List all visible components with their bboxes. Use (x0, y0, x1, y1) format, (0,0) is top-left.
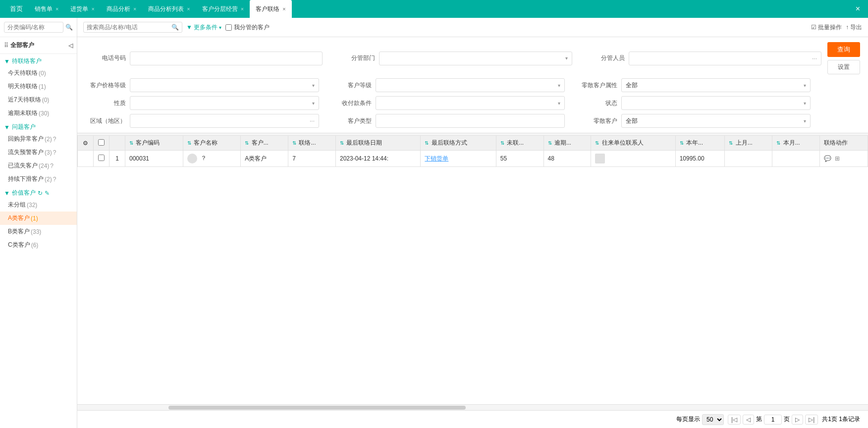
col-name[interactable]: ⇅ 客户名称 (183, 136, 241, 151)
col-this-year[interactable]: ⇅ 本年... (675, 136, 725, 151)
col-contacts[interactable]: ⇅ 往来单位联系人 (591, 136, 675, 151)
setting-button[interactable]: 设置 (827, 60, 860, 74)
next-page-button[interactable]: ▷ (792, 415, 803, 425)
sidebar-item-c-class[interactable]: C类客户 (6) (0, 238, 77, 252)
department-select[interactable]: ▾ (379, 52, 572, 65)
select-all-checkbox[interactable] (98, 139, 105, 146)
scrollbar-thumb[interactable] (168, 406, 466, 410)
filter-right-actions: ☑ 批量操作 ↑ 导出 (811, 23, 862, 32)
customer-level-select[interactable]: ▾ (376, 78, 565, 92)
filter-payment: 收付款条件 ▾ (331, 96, 565, 110)
page-size-select[interactable]: 50 (702, 414, 724, 425)
phone-input[interactable] (130, 52, 323, 65)
retail-select[interactable]: 全部 ▾ (621, 114, 811, 128)
nav-tab-sales[interactable]: 销售单 × (29, 0, 64, 18)
sidebar-item-churn-warning[interactable]: 流失预警客户 (3) ? (0, 146, 77, 159)
edit-icon[interactable]: ✎ (45, 190, 50, 197)
sidebar-section-problem: ▼ 问题客户 (0, 120, 77, 132)
sidebar-search-input[interactable] (4, 22, 63, 33)
sidebar-item-today-pending[interactable]: 今天待联络 (0) (0, 66, 77, 80)
message-icon[interactable]: 💬 (824, 155, 831, 162)
retail-attr-select[interactable]: 全部 ▾ (621, 78, 811, 92)
sort-icon: ⇅ (500, 140, 504, 146)
sidebar-item-repurchase-abnormal[interactable]: 回购异常客户 (2) ? (0, 132, 77, 146)
export-button[interactable]: ↑ 导出 (846, 23, 862, 32)
query-button[interactable]: 查询 (827, 42, 860, 57)
col-last-contact-date[interactable]: ⇅ 最后联络日期 (335, 136, 420, 151)
col-last-month[interactable]: ⇅ 上月... (725, 136, 772, 151)
col-settings[interactable]: ⚙ (78, 136, 94, 151)
nav-home[interactable]: 首页 (4, 0, 29, 18)
sidebar-item-churned[interactable]: 已流失客户 (24) ? (0, 159, 77, 172)
sidebar-item-overdue-contact[interactable]: 逾期未联络 (30) (0, 107, 77, 120)
region-select[interactable]: ··· (130, 114, 319, 128)
col-last-contact-way[interactable]: ⇅ 最后联络方式 (421, 136, 496, 151)
last-page-button[interactable]: ▷| (805, 415, 818, 425)
close-app-button[interactable]: × (852, 4, 864, 13)
col-contact-count[interactable]: ⇅ 联络... (288, 136, 336, 151)
total-records-label: 共1页 1条记录 (822, 415, 860, 424)
sidebar-all-customers[interactable]: ⠿ 全部客户 ◁ (0, 37, 77, 54)
close-icon[interactable]: × (282, 6, 285, 12)
batch-operation-button[interactable]: ☑ 批量操作 (811, 23, 842, 32)
cell-checkbox[interactable] (94, 151, 109, 167)
my-customers-check[interactable] (225, 24, 232, 31)
sidebar-item-tomorrow-pending[interactable]: 明天待联络 (1) (0, 80, 77, 93)
col-this-month[interactable]: ⇅ 本月... (772, 136, 820, 151)
qr-icon[interactable]: ⊞ (835, 155, 840, 162)
collapse-icon[interactable]: ◁ (68, 42, 73, 49)
my-customers-checkbox[interactable]: 我分管的客户 (225, 23, 270, 32)
chevron-down-icon: ▾ (312, 83, 315, 88)
nav-tab-analysis[interactable]: 商品分析 × (101, 0, 142, 18)
sidebar-item-b-class[interactable]: B类客户 (33) (0, 225, 77, 238)
sidebar: 🔍 ⠿ 全部客户 ◁ ▼ 待联络客户 今天待联络 (0) 明天待联络 (1) 近… (0, 18, 77, 428)
filter-bar: 🔍 ▼ 更多条件 ▾ 我分管的客户 ☑ 批量操作 ↑ 导出 (77, 18, 868, 37)
prev-page-button[interactable]: ◁ (743, 415, 754, 425)
close-icon[interactable]: × (187, 6, 190, 12)
close-icon[interactable]: × (55, 6, 58, 12)
page-number-input[interactable] (764, 415, 782, 425)
search-icon[interactable]: 🔍 (171, 24, 179, 31)
sort-icon: ⇅ (292, 140, 296, 146)
sidebar-item-7days-pending[interactable]: 近7天待联络 (0) (0, 93, 77, 107)
cell-last-contact-date: 2023-04-12 14:44: (335, 151, 420, 167)
close-icon[interactable]: × (91, 6, 94, 12)
page-navigation: |◁ ◁ 第 页 ▷ ▷| (728, 415, 818, 425)
nav-tab-purchase[interactable]: 进货单 × (64, 0, 100, 18)
help-icon: ? (53, 149, 56, 156)
close-icon[interactable]: × (133, 6, 136, 12)
col-uncontacted[interactable]: ⇅ 未联... (496, 136, 543, 151)
person-select[interactable]: ··· (629, 52, 821, 65)
gear-icon[interactable]: ⚙ (83, 140, 88, 147)
more-conditions-button[interactable]: ▼ 更多条件 ▾ (186, 23, 221, 32)
col-action: 联络动作 (820, 136, 868, 151)
nav-tab-customer-tier[interactable]: 客户分层经营 × (196, 0, 250, 18)
cell-last-contact-way[interactable]: 下销货单 (421, 151, 496, 167)
row-checkbox[interactable] (98, 155, 105, 161)
cell-contact-count: 7 (288, 151, 336, 167)
cell-settings (78, 151, 94, 167)
sidebar-item-declining[interactable]: 持续下滑客户 (2) ? (0, 172, 77, 186)
status-select[interactable]: ▾ (621, 96, 811, 110)
search-input[interactable] (87, 24, 171, 31)
col-customer-type[interactable]: ⇅ 客户... (241, 136, 288, 151)
first-page-button[interactable]: |◁ (728, 415, 741, 425)
sidebar-item-ungroup[interactable]: 未分组 (32) (0, 198, 77, 212)
nav-tab-analysis-list[interactable]: 商品分析列表 × (142, 0, 196, 18)
customer-type-select[interactable] (376, 114, 565, 128)
sidebar-item-a-class[interactable]: A类客户 (1) (0, 212, 77, 225)
filter-phone: 电话号码 (85, 52, 323, 65)
sort-icon: ⇅ (680, 140, 684, 146)
nature-select[interactable]: ▾ (130, 96, 319, 110)
close-icon[interactable]: × (241, 6, 244, 12)
sidebar-search-icon[interactable]: 🔍 (65, 24, 73, 31)
col-checkbox[interactable] (94, 136, 109, 151)
refresh-icon[interactable]: ↻ (38, 190, 43, 197)
price-level-select[interactable]: ▾ (130, 78, 319, 92)
horizontal-scrollbar[interactable] (77, 404, 868, 410)
col-code[interactable]: ⇅ 客户编码 (125, 136, 183, 151)
filter-customer-level: 客户等级 ▾ (331, 78, 565, 92)
payment-select[interactable]: ▾ (376, 96, 565, 110)
col-overdue[interactable]: ⇅ 逾期... (543, 136, 591, 151)
nav-tab-customer-contact[interactable]: 客户联络 × (250, 0, 291, 18)
